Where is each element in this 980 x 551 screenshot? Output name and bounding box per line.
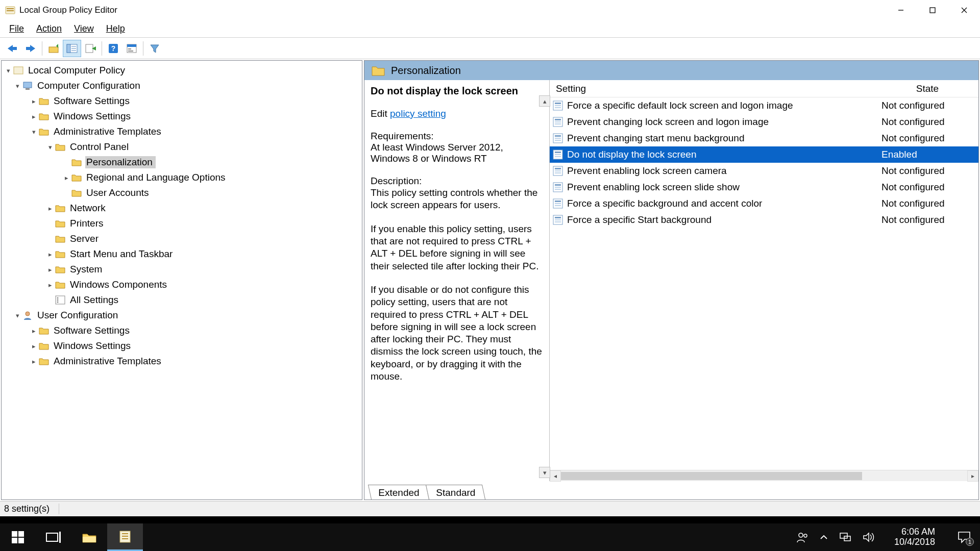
properties-button[interactable]: [122, 40, 141, 57]
edit-policy-link[interactable]: policy setting: [390, 108, 446, 119]
svg-rect-12: [67, 44, 70, 53]
tree-server[interactable]: ▸ Server: [2, 231, 362, 246]
tree-user-configuration[interactable]: ▾ User Configuration: [2, 308, 362, 323]
svg-rect-46: [555, 152, 561, 153]
svg-rect-66: [18, 531, 24, 537]
taskbar[interactable]: 6:06 AM 10/4/2018 1: [0, 523, 980, 551]
tree-uc-windows[interactable]: ▸ Windows Settings: [2, 338, 362, 354]
up-button[interactable]: [44, 40, 63, 57]
tray-overflow-icon[interactable]: [820, 533, 828, 541]
tree-uc-admin[interactable]: ▸ Administrative Templates: [2, 354, 362, 369]
close-button[interactable]: [948, 0, 980, 20]
tree-windows-components[interactable]: ▸ Windows Components: [2, 277, 362, 292]
clock[interactable]: 6:06 AM 10/4/2018: [886, 527, 943, 547]
svg-rect-38: [555, 119, 561, 120]
menu-view[interactable]: View: [68, 21, 100, 36]
menubar: File Action View Help: [0, 20, 980, 38]
svg-rect-69: [46, 533, 58, 541]
view-tabs: Extended Standard: [364, 481, 978, 499]
tree-all-settings[interactable]: ▸ All Settings: [2, 292, 362, 308]
help-button[interactable]: ?: [104, 40, 122, 57]
menu-file[interactable]: File: [3, 21, 30, 36]
settings-pane: Setting State Force a specific default l…: [550, 80, 978, 481]
setting-row[interactable]: Prevent changing lock screen and logon i…: [550, 114, 978, 130]
svg-marker-8: [26, 45, 35, 52]
tree-start-menu[interactable]: ▸ Start Menu and Taskbar: [2, 246, 362, 262]
tree-computer-configuration[interactable]: ▾ Computer Configuration: [2, 78, 362, 93]
network-icon[interactable]: [839, 532, 851, 542]
column-setting[interactable]: Setting: [550, 83, 876, 94]
people-icon[interactable]: [796, 531, 808, 543]
menu-help[interactable]: Help: [100, 21, 131, 36]
tree-cc-admin[interactable]: ▾ Administrative Templates: [2, 124, 362, 139]
svg-rect-27: [26, 88, 30, 90]
svg-point-77: [804, 534, 807, 537]
notification-badge: 1: [966, 538, 974, 546]
clock-time: 6:06 AM: [894, 527, 935, 537]
setting-row[interactable]: Force a specific default lock screen and…: [550, 97, 978, 114]
tree-uc-software[interactable]: ▸ Software Settings: [2, 323, 362, 338]
svg-rect-1: [7, 8, 14, 9]
tree-root[interactable]: ▾ Local Computer Policy: [2, 63, 362, 78]
tree-network[interactable]: ▸ Network: [2, 201, 362, 216]
setting-state: Enabled: [876, 149, 978, 160]
back-button[interactable]: [3, 40, 21, 57]
folder-icon: [38, 126, 50, 137]
setting-row[interactable]: Force a specific background and accent c…: [550, 195, 978, 212]
maximize-button[interactable]: [917, 0, 948, 20]
policy-item-icon: [553, 182, 563, 192]
svg-rect-58: [555, 201, 561, 202]
setting-row[interactable]: Force a specific Start backgroundNot con…: [550, 212, 978, 228]
scroll-left-button[interactable]: ◂: [550, 470, 561, 482]
tree-panel[interactable]: ▾ Local Computer Policy ▾ Computer Confi…: [1, 60, 362, 500]
svg-rect-78: [840, 533, 847, 538]
scrollbar-track[interactable]: [561, 471, 967, 481]
details-scroll-up[interactable]: ▴: [539, 95, 550, 107]
tree-user-accounts[interactable]: ▸ User Accounts: [2, 185, 362, 201]
details-scroll-down[interactable]: ▾: [539, 467, 550, 478]
folder-icon: [71, 172, 82, 183]
svg-rect-23: [128, 51, 133, 52]
tree-personalization[interactable]: ▸ Personalization: [2, 155, 362, 170]
folder-icon: [55, 279, 66, 290]
computer-icon: [22, 80, 33, 91]
tree-cc-windows[interactable]: ▸ Windows Settings: [2, 109, 362, 124]
settings-list[interactable]: Force a specific default lock screen and…: [550, 97, 978, 470]
setting-row[interactable]: Do not display the lock screenEnabled: [550, 146, 978, 163]
tree-cc-software[interactable]: ▸ Software Settings: [2, 93, 362, 109]
tab-standard[interactable]: Standard: [426, 485, 485, 499]
filter-button[interactable]: [145, 40, 164, 57]
tab-extended[interactable]: Extended: [368, 485, 429, 499]
tree-control-panel[interactable]: ▾ Control Panel: [2, 139, 362, 155]
policy-item-icon: [553, 101, 563, 111]
scrollbar-thumb[interactable]: [561, 472, 862, 480]
tree-regional[interactable]: ▸ Regional and Language Options: [2, 170, 362, 185]
svg-rect-47: [555, 154, 561, 155]
task-view-button[interactable]: [36, 523, 71, 551]
file-explorer-button[interactable]: [71, 523, 107, 551]
horizontal-scrollbar[interactable]: ◂ ▸: [550, 470, 978, 481]
requirements-heading: Requirements:: [371, 131, 544, 142]
gpedit-taskbar-button[interactable]: [107, 523, 143, 551]
minimize-button[interactable]: [885, 0, 917, 20]
setting-row[interactable]: Prevent changing start menu backgroundNo…: [550, 130, 978, 146]
setting-row[interactable]: Prevent enabling lock screen cameraNot c…: [550, 163, 978, 179]
start-button[interactable]: [0, 523, 36, 551]
scroll-right-button[interactable]: ▸: [967, 470, 978, 482]
export-button[interactable]: [81, 40, 100, 57]
menu-action[interactable]: Action: [30, 21, 68, 36]
settings-header[interactable]: Setting State: [550, 80, 978, 97]
show-hide-tree-button[interactable]: [63, 40, 81, 57]
policy-item-icon: [553, 117, 563, 127]
action-center-button[interactable]: 1: [954, 528, 974, 547]
svg-rect-50: [555, 168, 561, 169]
setting-state: Not configured: [876, 165, 978, 177]
forward-button[interactable]: [21, 40, 40, 57]
column-state[interactable]: State: [876, 83, 978, 94]
setting-row[interactable]: Prevent enabling lock screen slide showN…: [550, 179, 978, 195]
tree-printers[interactable]: ▸ Printers: [2, 216, 362, 231]
policy-item-icon: [553, 149, 563, 160]
volume-icon[interactable]: [863, 532, 875, 542]
svg-rect-21: [127, 44, 136, 47]
tree-system[interactable]: ▸ System: [2, 262, 362, 277]
